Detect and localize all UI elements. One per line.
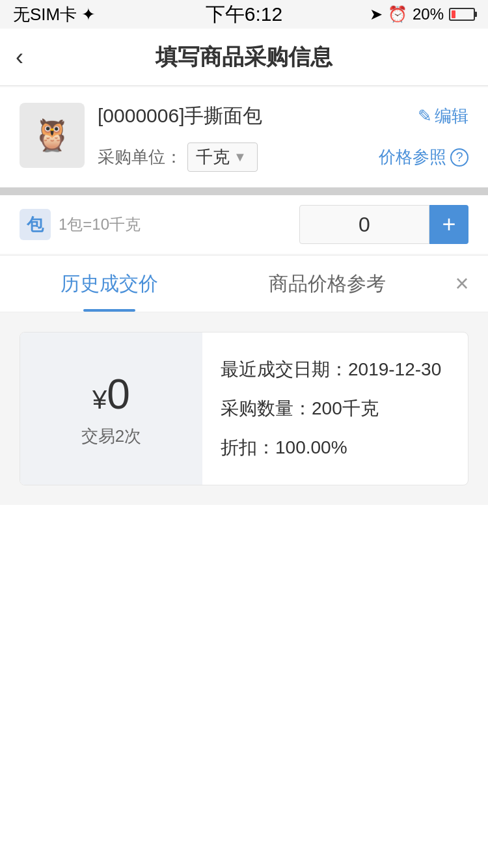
info-icon: ?	[450, 148, 468, 167]
recent-date-row: 最近成交日期：2019-12-30	[221, 356, 450, 383]
status-right: ➤ ⏰ 20%	[370, 5, 475, 23]
quantity-input-group: +	[299, 205, 468, 244]
location-icon: ➤	[370, 5, 383, 23]
recent-date-value: 2019-12-30	[348, 359, 441, 379]
status-left: 无SIM卡 ✦	[13, 3, 96, 26]
currency-symbol: ¥	[92, 385, 107, 414]
unit-label: 采购单位：	[98, 146, 182, 169]
page-title: 填写商品采购信息	[156, 42, 332, 72]
product-info: [0000006]手撕面包 ✎ 编辑 采购单位： 千克 ▼ 价格参照 ?	[98, 103, 468, 172]
price-ref-label: 价格参照	[379, 146, 446, 169]
quantity-unit-hint: 1包=10千克	[59, 214, 141, 235]
price-card-left: ¥0 交易2次	[20, 332, 202, 485]
battery-indicator	[449, 8, 475, 21]
trade-count: 交易2次	[81, 425, 141, 448]
unit-value: 千克	[196, 146, 230, 169]
tab-price-reference[interactable]: 商品价格参考	[218, 256, 436, 312]
chevron-down-icon: ▼	[234, 150, 247, 165]
section-divider	[0, 187, 488, 195]
edit-button[interactable]: ✎ 编辑	[418, 105, 468, 128]
amount-value: 0	[107, 371, 130, 418]
purchase-qty-row: 采购数量：200千克	[221, 395, 450, 422]
discount-row: 折扣：100.00%	[221, 434, 450, 461]
price-card: ¥0 交易2次 最近成交日期：2019-12-30 采购数量：200千克 折扣：…	[20, 332, 468, 485]
quantity-input[interactable]	[299, 205, 429, 244]
nav-bar: ‹ 填写商品采购信息	[0, 29, 488, 86]
product-unit-row: 采购单位： 千克 ▼ 价格参照 ?	[98, 142, 468, 172]
empty-space	[0, 505, 488, 868]
history-content: ¥0 交易2次 最近成交日期：2019-12-30 采购数量：200千克 折扣：…	[0, 312, 488, 505]
purchase-qty-label: 采购数量：	[221, 398, 312, 418]
back-button[interactable]: ‹	[16, 44, 23, 71]
discount-label: 折扣：	[221, 437, 275, 457]
quantity-unit-box: 包	[20, 209, 51, 240]
price-card-right: 最近成交日期：2019-12-30 采购数量：200千克 折扣：100.00%	[202, 332, 468, 485]
product-image: 🦉	[20, 103, 85, 168]
tab-close-button[interactable]: ×	[436, 270, 488, 297]
alarm-icon: ⏰	[388, 5, 407, 23]
price-amount: ¥0	[92, 370, 130, 420]
purchase-qty-value: 200千克	[312, 398, 379, 418]
edit-icon: ✎	[418, 106, 432, 126]
battery-percent: 20%	[413, 5, 444, 23]
tab-active-indicator	[83, 309, 135, 312]
product-thumbnail-icon: 🦉	[33, 120, 72, 151]
recent-date-label: 最近成交日期：	[221, 359, 348, 379]
product-name: [0000006]手撕面包	[98, 103, 262, 129]
status-time: 下午6:12	[206, 1, 282, 28]
discount-value: 100.00%	[275, 437, 347, 457]
status-bar: 无SIM卡 ✦ 下午6:12 ➤ ⏰ 20%	[0, 0, 488, 29]
quantity-label-group: 包 1包=10千克	[20, 209, 141, 240]
carrier-text: 无SIM卡 ✦	[13, 3, 96, 26]
unit-select-dropdown[interactable]: 千克 ▼	[187, 142, 258, 172]
tab-history-price[interactable]: 历史成交价	[0, 256, 218, 312]
quantity-row: 包 1包=10千克 +	[0, 195, 488, 254]
tab-bar: 历史成交价 商品价格参考 ×	[0, 255, 488, 312]
product-card: 🦉 [0000006]手撕面包 ✎ 编辑 采购单位： 千克 ▼ 价格参照 ?	[0, 87, 488, 187]
price-reference-button[interactable]: 价格参照 ?	[379, 146, 468, 169]
product-header: [0000006]手撕面包 ✎ 编辑	[98, 103, 468, 129]
quantity-plus-button[interactable]: +	[429, 205, 468, 244]
